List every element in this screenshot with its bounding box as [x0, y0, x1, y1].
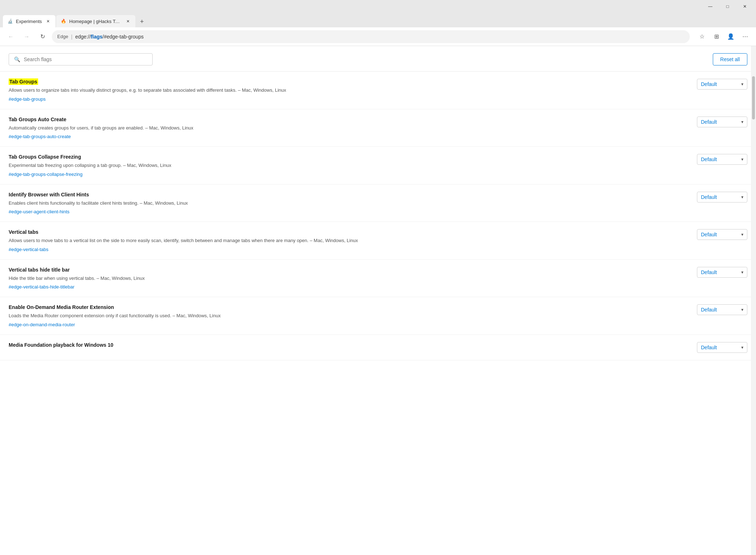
flag-control: Default▾: [697, 192, 747, 203]
tab-label-experiments: Experiments: [16, 19, 42, 24]
address-separator: |: [71, 34, 72, 40]
chevron-down-icon: ▾: [741, 157, 743, 162]
minimize-button[interactable]: —: [702, 0, 719, 13]
flag-item: Tab GroupsAllows users to organize tabs …: [0, 72, 756, 109]
profile-button[interactable]: 👤: [724, 30, 737, 43]
back-button[interactable]: ←: [4, 30, 17, 43]
flag-control: Default▾: [697, 154, 747, 165]
tab-ghacks[interactable]: 🔥 Homepage | gHacks Technology ✕: [56, 15, 135, 27]
toolbar-right: ☆ ⊞ 👤 ⋯: [696, 30, 752, 43]
flag-description: Allows users to move tabs to a vertical …: [9, 237, 683, 244]
flag-control: Default▾: [697, 229, 747, 240]
flag-item: Tab Groups Auto CreateAutomatically crea…: [0, 109, 756, 147]
flag-select[interactable]: Default▾: [697, 117, 747, 127]
tab-close-ghacks[interactable]: ✕: [125, 18, 131, 24]
flag-title: Vertical tabs hide title bar: [9, 267, 683, 273]
address-url: edge://flags/#edge-tab-groups: [75, 34, 144, 40]
flag-title: Enable On-Demand Media Router Extension: [9, 304, 683, 310]
address-url-rest: /#edge-tab-groups: [103, 34, 144, 40]
flag-link[interactable]: #edge-tab-groups-collapse-freezing: [9, 172, 82, 177]
flag-title: Tab Groups Auto Create: [9, 117, 683, 122]
flag-link[interactable]: #edge-vertical-tabs-hide-titlebar: [9, 284, 75, 290]
flag-select[interactable]: Default▾: [697, 192, 747, 203]
flag-description: Enables client hints functionality to fa…: [9, 200, 683, 207]
flag-info: Media Foundation playback for Windows 10: [9, 342, 683, 350]
flag-description: Allows users to organize tabs into visua…: [9, 87, 683, 94]
tab-label-ghacks: Homepage | gHacks Technology: [69, 19, 122, 24]
search-field-wrapper: 🔍: [9, 53, 153, 65]
flag-info: Vertical tabs hide title barHide the tit…: [9, 267, 683, 290]
flag-info: Tab GroupsAllows users to organize tabs …: [9, 79, 683, 102]
menu-button[interactable]: ⋯: [739, 30, 752, 43]
scrollbar-thumb[interactable]: [752, 76, 755, 119]
flag-item: Tab Groups Collapse FreezingExperimental…: [0, 147, 756, 185]
address-url-prefix: edge://: [75, 34, 91, 40]
flag-control: Default▾: [697, 304, 747, 315]
chevron-down-icon: ▾: [741, 82, 743, 87]
flag-info: Tab Groups Collapse FreezingExperimental…: [9, 154, 683, 177]
maximize-button[interactable]: □: [719, 0, 736, 13]
address-field[interactable]: Edge | edge://flags/#edge-tab-groups: [52, 30, 690, 43]
chevron-down-icon: ▾: [741, 195, 743, 200]
flag-description: Automatically creates groups for users, …: [9, 124, 683, 132]
window-controls: — □ ✕: [702, 0, 753, 13]
refresh-button[interactable]: ↻: [36, 30, 49, 43]
flag-info: Enable On-Demand Media Router ExtensionL…: [9, 304, 683, 327]
chevron-down-icon: ▾: [741, 232, 743, 237]
flag-select[interactable]: Default▾: [697, 342, 747, 353]
search-icon: 🔍: [14, 56, 20, 62]
scrollbar[interactable]: [751, 46, 756, 555]
flag-control: Default▾: [697, 79, 747, 90]
chevron-down-icon: ▾: [741, 119, 743, 124]
flag-title: Tab Groups: [9, 79, 683, 85]
content-area: 🔍 Reset all Tab GroupsAllows users to or…: [0, 46, 756, 555]
flag-link[interactable]: #edge-vertical-tabs: [9, 247, 49, 252]
flag-select-label: Default: [701, 345, 717, 350]
tab-bar: 🔬 Experiments ✕ 🔥 Homepage | gHacks Tech…: [0, 13, 756, 27]
flag-item: Vertical tabs hide title barHide the tit…: [0, 260, 756, 297]
flag-select[interactable]: Default▾: [697, 267, 747, 278]
flag-title: Tab Groups Collapse Freezing: [9, 154, 683, 160]
flag-info: Identify Browser with Client HintsEnable…: [9, 192, 683, 215]
flag-link[interactable]: #edge-tab-groups: [9, 96, 46, 102]
chevron-down-icon: ▾: [741, 345, 743, 350]
flag-item: Vertical tabsAllows users to move tabs t…: [0, 222, 756, 260]
flag-link[interactable]: #edge-tab-groups-auto-create: [9, 134, 71, 139]
flag-select-label: Default: [701, 307, 717, 313]
flag-title: Vertical tabs: [9, 229, 683, 235]
tab-close-experiments[interactable]: ✕: [45, 18, 51, 24]
flag-select-label: Default: [701, 269, 717, 275]
flag-select[interactable]: Default▾: [697, 229, 747, 240]
flag-link[interactable]: #edge-on-demand-media-router: [9, 322, 75, 327]
chevron-down-icon: ▾: [741, 307, 743, 312]
chevron-down-icon: ▾: [741, 270, 743, 275]
flag-item: Media Foundation playback for Windows 10…: [0, 335, 756, 360]
flag-control: Default▾: [697, 267, 747, 278]
flag-title: Media Foundation playback for Windows 10: [9, 342, 683, 348]
flags-list: Tab GroupsAllows users to organize tabs …: [0, 72, 756, 360]
close-button[interactable]: ✕: [737, 0, 753, 13]
address-brand: Edge: [57, 34, 68, 39]
tab-experiments[interactable]: 🔬 Experiments ✕: [3, 15, 55, 27]
reset-all-button[interactable]: Reset all: [713, 53, 747, 65]
flag-description: Loads the Media Router component extensi…: [9, 312, 683, 319]
collections-button[interactable]: ⊞: [710, 30, 723, 43]
flag-select-label: Default: [701, 119, 717, 125]
flag-select[interactable]: Default▾: [697, 154, 747, 165]
tab-favicon-experiments: 🔬: [7, 18, 13, 24]
tab-favicon-ghacks: 🔥: [60, 18, 66, 24]
flag-title: Identify Browser with Client Hints: [9, 192, 683, 197]
flag-select[interactable]: Default▾: [697, 304, 747, 315]
flag-select-label: Default: [701, 81, 717, 87]
search-input[interactable]: [24, 56, 147, 62]
flag-control: Default▾: [697, 117, 747, 127]
flag-select[interactable]: Default▾: [697, 79, 747, 90]
forward-button[interactable]: →: [20, 30, 33, 43]
flag-select-label: Default: [701, 194, 717, 200]
new-tab-button[interactable]: +: [136, 16, 148, 27]
flag-link[interactable]: #edge-user-agent-client-hints: [9, 209, 69, 214]
flag-info: Tab Groups Auto CreateAutomatically crea…: [9, 117, 683, 140]
address-bar: ← → ↻ Edge | edge://flags/#edge-tab-grou…: [0, 27, 756, 46]
flag-select-label: Default: [701, 156, 717, 162]
favorites-button[interactable]: ☆: [696, 30, 708, 43]
